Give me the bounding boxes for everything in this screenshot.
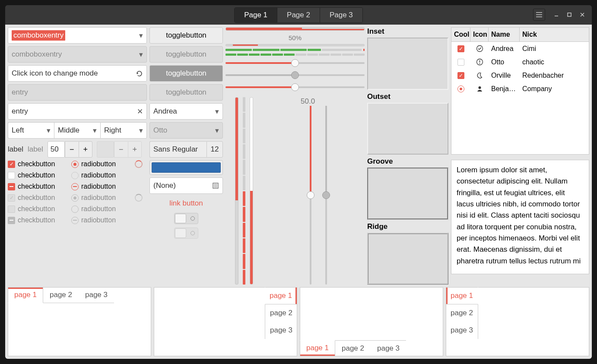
- frame-inset: [367, 38, 448, 90]
- entry-clearable[interactable]: entry ✕: [8, 103, 147, 120]
- link-button[interactable]: link button: [149, 196, 223, 210]
- svg-point-5: [478, 86, 481, 89]
- svg-point-2: [476, 46, 483, 52]
- tab-page-3[interactable]: page 3: [265, 322, 297, 339]
- levelbar-discrete: [225, 54, 365, 56]
- checkbutton-checked[interactable]: ✓checkbutton: [8, 160, 71, 168]
- combo-selection: comboboxentry: [12, 30, 65, 41]
- spin-plus-button[interactable]: +: [79, 141, 92, 158]
- column-cool[interactable]: Cool: [451, 28, 470, 41]
- togglebutton-normal[interactable]: togglebutton: [149, 27, 223, 44]
- label-disabled: label: [28, 145, 43, 154]
- window-minimize-button[interactable]: [550, 9, 562, 21]
- checkbutton-disabled-unchecked: checkbutton: [8, 205, 71, 213]
- scale-vertical-disabled: [321, 106, 331, 285]
- column-icon[interactable]: Icon: [470, 28, 489, 41]
- radiobutton-unchecked[interactable]: radiobutton: [71, 171, 135, 179]
- tab-page-3[interactable]: page 3: [79, 287, 114, 303]
- checkbutton-disabled-mixed: checkbutton: [8, 216, 71, 224]
- scale-vertical-1[interactable]: [306, 106, 315, 285]
- frame-ridge: [367, 233, 448, 285]
- column-nick[interactable]: Nick: [520, 28, 589, 41]
- radiobutton-disabled-unchecked: radiobutton: [71, 205, 135, 213]
- tab-page-1[interactable]: page 1: [446, 287, 478, 304]
- combo-left[interactable]: Left▾: [8, 122, 54, 139]
- svg-rect-0: [568, 13, 571, 16]
- refresh-icon[interactable]: [136, 70, 143, 77]
- table-row[interactable]: ✓ Andrea Cimi: [451, 42, 589, 55]
- tab-page-1[interactable]: page 1: [8, 287, 43, 303]
- titlebar: Page 1 Page 2 Page 3: [5, 5, 592, 25]
- font-button[interactable]: Sans Regular 12: [149, 141, 223, 158]
- radiobutton-checked[interactable]: radiobutton: [71, 160, 135, 168]
- table-row[interactable]: Otto chaotic: [451, 55, 589, 69]
- treeview[interactable]: Cool Icon Name Nick ✓ Andrea Cimi: [451, 27, 589, 155]
- comboboxentry-1[interactable]: comboboxentry ▾: [8, 27, 147, 44]
- levelbar-continuous: [225, 49, 365, 51]
- chevron-down-icon: ▾: [139, 31, 143, 40]
- linked-combos: Left▾ Middle▾ Right▾: [8, 122, 147, 139]
- combo-middle[interactable]: Middle▾: [54, 122, 100, 139]
- column-name[interactable]: Name: [489, 28, 520, 41]
- header-tab-2[interactable]: Page 2: [277, 8, 320, 22]
- window-close-button[interactable]: [576, 9, 588, 21]
- frame-inset-label: Inset: [367, 27, 448, 36]
- clear-icon[interactable]: ✕: [137, 107, 143, 116]
- switch-off[interactable]: [174, 213, 198, 224]
- entry-disabled: entry: [8, 84, 147, 101]
- comboboxentry-2-disabled: comboboxentry ▾: [8, 46, 147, 63]
- table-row[interactable]: ✓ Orville Redenbacher: [451, 69, 589, 82]
- switch-off-disabled: [174, 228, 198, 239]
- combo-otto-disabled: Otto▾: [149, 122, 223, 139]
- scale-horizontal-1[interactable]: [225, 58, 365, 68]
- combo-andrea[interactable]: Andrea▾: [149, 103, 223, 120]
- mode-entry[interactable]: Click icon to change mode: [8, 65, 147, 82]
- tab-page-2[interactable]: page 2: [265, 304, 297, 322]
- tab-page-1[interactable]: page 1: [265, 287, 297, 304]
- frame-outset: [367, 103, 448, 155]
- textview[interactable]: Lorem ipsum dolor sit amet, consectetur …: [451, 160, 589, 274]
- color-button[interactable]: [149, 160, 223, 175]
- tab-page-1[interactable]: page 1: [300, 340, 335, 356]
- tab-page-2[interactable]: page 2: [43, 287, 79, 303]
- progress-caption: 50%: [225, 34, 365, 41]
- color-swatch: [152, 162, 221, 173]
- checkbutton-unchecked[interactable]: checkbutton: [8, 171, 71, 179]
- tab-page-3[interactable]: page 3: [371, 341, 406, 356]
- header-tab-3[interactable]: Page 3: [320, 8, 362, 22]
- frame-outset-label: Outset: [367, 92, 448, 101]
- user-icon: [470, 85, 489, 92]
- togglebutton-disabled: togglebutton: [149, 46, 223, 63]
- header-stack-switcher: Page 1 Page 2 Page 3: [234, 7, 363, 23]
- tab-page-2[interactable]: page 2: [446, 304, 478, 322]
- notebook-tabs-left: page 1 page 2 page 3: [446, 287, 589, 356]
- hamburger-menu-button[interactable]: [533, 9, 545, 21]
- table-row[interactable]: Benja… Company: [451, 82, 589, 95]
- togglebutton-active[interactable]: togglebutton: [149, 65, 223, 82]
- spin-minus-button[interactable]: −: [65, 141, 79, 158]
- checkbutton-disabled-checked: ✓checkbutton: [8, 194, 71, 202]
- header-tab-1[interactable]: Page 1: [235, 8, 277, 22]
- file-chooser-button[interactable]: (None): [149, 177, 223, 194]
- spinner-icon: [135, 160, 143, 168]
- scale-horizontal-marks[interactable]: [225, 82, 365, 92]
- combo-right[interactable]: Right▾: [100, 122, 147, 139]
- spinbutton-1[interactable]: 50 − +: [48, 141, 92, 158]
- progressbar-1: [225, 27, 365, 31]
- document-icon: [212, 182, 219, 189]
- tab-page-2[interactable]: page 2: [335, 341, 371, 356]
- vertical-scale-value: 50.0: [301, 97, 315, 106]
- check-circle-icon: [470, 45, 489, 52]
- moon-icon: [470, 72, 489, 79]
- frame-groove: [367, 168, 448, 220]
- radiobutton-mixed[interactable]: radiobutton: [71, 183, 135, 190]
- label: label: [8, 145, 23, 154]
- svg-point-4: [479, 63, 480, 64]
- window-maximize-button[interactable]: [563, 9, 575, 21]
- chevron-down-icon: ▾: [139, 50, 143, 59]
- alert-circle-icon: [470, 58, 489, 66]
- checkbutton-mixed[interactable]: checkbutton: [8, 183, 71, 190]
- tab-page-3[interactable]: page 3: [446, 322, 478, 339]
- radiobutton-disabled-checked: radiobutton: [71, 194, 135, 202]
- frame-groove-label: Groove: [367, 157, 448, 166]
